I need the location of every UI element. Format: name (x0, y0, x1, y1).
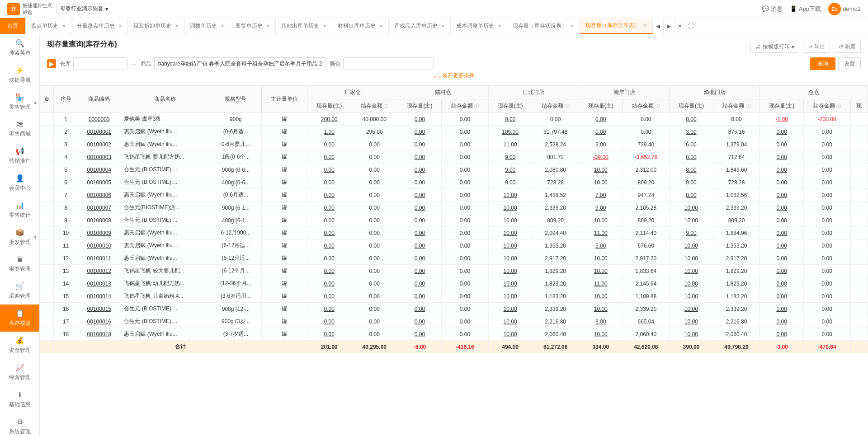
td-total-qty[interactable]: 0.00 (760, 176, 804, 189)
td-ybc-qty[interactable]: 10.00 (670, 277, 713, 290)
td-nac-qty[interactable]: 7.00 (579, 189, 623, 202)
tab-cost-adjust[interactable]: 成本调整单历史 ✕ (451, 18, 507, 34)
td-code[interactable]: 00100016 (78, 315, 120, 328)
td-total-qty[interactable]: 0.00 (760, 265, 804, 277)
td-total-qty[interactable]: 0.00 (760, 303, 804, 315)
nav-next-btn[interactable]: ▶ (664, 18, 675, 34)
sidebar-item-marketing[interactable]: 📢 营销推广 (0, 142, 39, 169)
td-total-qty[interactable]: 0.00 (760, 151, 804, 164)
td-jbc-qty[interactable]: 9.00 (488, 176, 532, 189)
td-lcc-qty[interactable]: 0.00 (398, 303, 442, 315)
print-btn[interactable]: 🖨 按模版打印 ▾ (750, 41, 799, 53)
td-cgc-qty[interactable]: 1.00 (307, 126, 351, 138)
td-jbc-qty[interactable]: 10.00 (488, 303, 532, 315)
td-total-qty[interactable]: 0.00 (760, 290, 804, 303)
tab-stock-status[interactable]: 现存量（库存状况表） ✕ (507, 18, 580, 34)
td-lcc-qty[interactable]: 0.00 (398, 290, 442, 303)
td-ybc-qty[interactable]: 9.00 (670, 176, 713, 189)
close-icon[interactable]: ✕ (498, 23, 501, 28)
td-cgc-qty[interactable]: 0.00 (307, 214, 351, 227)
tab-stock-distribution[interactable]: 现存量（库存分布表） ✕ (580, 18, 653, 34)
td-jbc-qty[interactable]: 0.00 (488, 113, 532, 126)
td-cgc-qty[interactable]: 0.00 (307, 239, 351, 252)
td-code[interactable]: 00100007 (78, 202, 120, 214)
td-total-qty[interactable]: 0.00 (760, 315, 804, 328)
tab-requisition[interactable]: 要货单历史 ✕ (230, 18, 276, 34)
td-ybc-qty[interactable]: 8.00 (670, 189, 713, 202)
td-code[interactable]: 00100004 (78, 164, 120, 176)
td-jbc-qty[interactable]: 10.00 (488, 315, 532, 328)
tab-home[interactable]: 首页 (0, 18, 26, 34)
td-nac-qty[interactable]: 10.00 (579, 176, 623, 189)
td-lcc-qty[interactable]: 0.00 (398, 252, 442, 265)
tab-inventory-history2[interactable]: 分量盘点单历史 ✕ (71, 18, 128, 34)
close-icon[interactable]: ✕ (221, 23, 224, 28)
color-input[interactable] (343, 57, 434, 70)
tab-inventory-history[interactable]: 盘点单历史 ✕ (26, 18, 71, 34)
td-total-qty[interactable]: 0.00 (760, 239, 804, 252)
td-jbc-qty[interactable]: 10.00 (488, 252, 532, 265)
td-nac-qty[interactable]: 11.00 (579, 227, 623, 239)
td-code[interactable]: 00100013 (78, 277, 120, 290)
sidebar-item-retail-shop[interactable]: 🛍 零售商城 (0, 116, 39, 142)
td-cgc-qty[interactable]: 0.00 (307, 164, 351, 176)
td-ybc-qty[interactable]: 10.00 (670, 290, 713, 303)
nav-prev-btn[interactable]: ◀ (653, 18, 664, 34)
close-icon[interactable]: ✕ (175, 23, 179, 28)
td-nac-qty[interactable]: 10.00 (579, 290, 623, 303)
td-jbc-qty[interactable]: 10.00 (488, 265, 532, 277)
td-ybc-qty[interactable]: 10.00 (670, 303, 713, 315)
sidebar-item-basic-info[interactable]: ℹ 基础信息 (0, 386, 39, 413)
close-icon[interactable]: ✕ (643, 23, 647, 28)
td-total-qty[interactable]: 0.00 (760, 202, 804, 214)
td-cgc-qty[interactable]: 0.00 (307, 151, 351, 164)
td-ybc-qty[interactable]: 9.00 (670, 227, 713, 239)
sidebar-item-purchase[interactable]: 🛒 采购管理 (0, 277, 39, 305)
td-jbc-qty[interactable]: 10.00 (488, 328, 532, 341)
td-jbc-qty[interactable]: 10.00 (488, 202, 532, 214)
close-icon[interactable]: ✕ (323, 23, 326, 28)
td-jbc-qty[interactable]: 10.00 (488, 214, 532, 227)
td-ybc-qty[interactable]: 8.00 (670, 164, 713, 176)
goods-input[interactable] (154, 57, 326, 70)
export-btn[interactable]: ↗ 导出 (803, 41, 830, 53)
td-code[interactable]: 00100010 (78, 239, 120, 252)
td-jbc-qty[interactable]: 109.00 (488, 126, 532, 138)
td-nac-qty[interactable]: -39.00 (579, 151, 623, 164)
refresh-btn[interactable]: ↺ 刷新 (834, 41, 861, 53)
td-cgc-qty[interactable]: 0.00 (307, 303, 351, 315)
td-jbc-qty[interactable]: 10.00 (488, 239, 532, 252)
td-code[interactable]: 00100015 (78, 303, 120, 315)
tab-out-others[interactable]: 其他出库单历史 ✕ (276, 18, 332, 34)
td-total-qty[interactable]: 0.00 (760, 126, 804, 138)
td-code[interactable]: 00100009 (78, 227, 120, 239)
sidebar-item-ecommerce[interactable]: 🖥 电商管理 (0, 251, 39, 277)
td-code[interactable]: 00100002 (78, 138, 120, 151)
app-download-btn[interactable]: 📱 App下载 (790, 5, 821, 13)
td-cgc-qty[interactable]: 0.00 (307, 265, 351, 277)
td-total-qty[interactable]: 0.00 (760, 189, 804, 202)
td-lcc-qty[interactable]: 0.00 (398, 315, 442, 328)
td-cgc-qty[interactable]: 0.00 (307, 227, 351, 239)
sidebar-item-retail-mgmt[interactable]: 🏪 零售管理 ▲ (0, 89, 39, 116)
td-cgc-qty[interactable]: 200.00 (307, 113, 351, 126)
td-ybc-qty[interactable]: 6.00 (670, 138, 713, 151)
sidebar-item-nav[interactable]: ⚡ 快捷导航 (0, 61, 39, 89)
td-ybc-qty[interactable]: 10.00 (670, 252, 713, 265)
close-icon[interactable]: ✕ (571, 23, 574, 28)
td-nac-qty[interactable]: 10.00 (579, 265, 623, 277)
td-nac-qty[interactable]: 9.00 (579, 202, 623, 214)
td-jbc-qty[interactable]: 10.00 (488, 277, 532, 290)
td-lcc-qty[interactable]: 0.00 (398, 202, 442, 214)
td-jbc-qty[interactable]: 9.00 (488, 164, 532, 176)
td-nac-qty[interactable]: 3.00 (579, 138, 623, 151)
td-lcc-qty[interactable]: 0.00 (398, 214, 442, 227)
td-code[interactable]: 00100001 (78, 126, 120, 138)
message-btn[interactable]: 💬 消息 (762, 5, 783, 13)
td-ybc-qty[interactable]: 10.00 (670, 202, 713, 214)
td-code[interactable]: 00100012 (78, 265, 120, 277)
td-cgc-qty[interactable]: 0.00 (307, 202, 351, 214)
td-jbc-qty[interactable]: 10.00 (488, 227, 532, 239)
sidebar-item-inventory[interactable]: 📋 库存核算 (0, 305, 39, 332)
td-cgc-qty[interactable]: 0.00 (307, 277, 351, 290)
